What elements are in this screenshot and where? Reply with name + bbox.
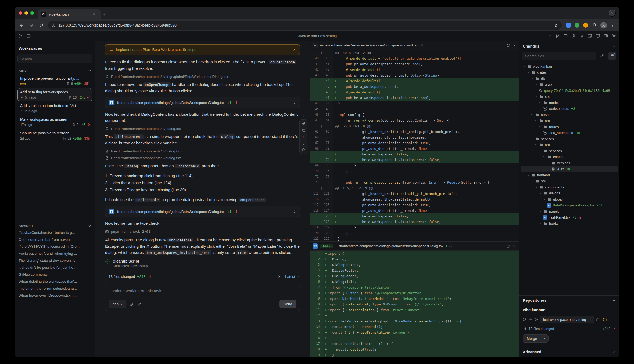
tree-folder-row[interactable]: dialogs (521, 190, 618, 196)
expand-hunk-button[interactable] (310, 187, 333, 190)
archived-item[interactable]: GitHub comments (17, 271, 92, 278)
site-info-icon[interactable] (51, 23, 56, 27)
tree-file-row[interactable]: Rv8.rs+8 (521, 166, 618, 172)
model-spark-button[interactable] (278, 274, 282, 279)
copy-button[interactable] (300, 127, 307, 133)
chat-command-item[interactable]: pnpm run check 2>&1 (105, 230, 300, 234)
chat-read-item[interactable]: Read frontend/src/components/dialogs/glo… (105, 75, 300, 79)
message-composer[interactable]: Plan Send (105, 285, 300, 311)
tree-file-row[interactable]: query-70b21c5c0a2ba5c21c9c1132f14a68 (521, 88, 618, 94)
tree-folder-row[interactable]: .sqlx (521, 82, 618, 88)
expand-hunk-button[interactable] (310, 51, 333, 54)
open-branch-button[interactable] (596, 318, 600, 321)
changes-header[interactable]: Changes (519, 41, 619, 52)
workspace-item[interactable]: Mark workspaces as unseen17h ago3+45-0 (17, 115, 92, 129)
archived-item[interactable]: The 'starting' state of dev servers is..… (17, 257, 92, 264)
archived-item[interactable]: If the WYSIWYG is focussed in `Cre... (17, 243, 92, 250)
merge-options-button[interactable] (541, 335, 548, 342)
diff-content[interactable]: 1+import {2+ Dialog,3+ DialogContent,4+ … (310, 251, 519, 357)
bookmark-star-button[interactable] (553, 22, 560, 29)
preview-button[interactable] (596, 34, 600, 38)
archived-item[interactable]: 'workspace not found' when trying ... (17, 250, 92, 257)
tree-file-row[interactable]: TSBetaWorkspacesDialog.tsx+63 (521, 202, 618, 209)
tree-file-row[interactable]: Rtask_attempts.rs+9 (521, 130, 618, 136)
tree-folder-row[interactable]: services (521, 148, 618, 154)
archived-item[interactable]: `NavbarContainer.tsx` button to g... (17, 229, 92, 236)
new-tab-button[interactable] (101, 11, 108, 18)
window-layout-button[interactable] (26, 34, 31, 38)
workspace-item[interactable]: Should be possible to reorder...2d ago52… (17, 129, 92, 143)
chat-file-chip[interactable]: TSfrontend/src/components/dialogs/global… (105, 206, 300, 217)
tree-folder-row[interactable]: routes (521, 124, 618, 130)
send-button[interactable]: Send (279, 300, 296, 308)
add-workspace-button[interactable] (87, 46, 91, 50)
files-search-input[interactable] (525, 54, 593, 58)
archived-section-header[interactable]: Archived (17, 222, 92, 229)
branch-dropdown[interactable]: louis/workspace-onboarding (540, 316, 594, 323)
tree-folder-row[interactable]: panels (521, 208, 618, 214)
mode-dropdown[interactable]: Plan (109, 300, 126, 308)
review-tools-button[interactable] (608, 52, 616, 60)
chat-read-item[interactable]: Read frontend/src/components/ui/dialog.t… (105, 127, 300, 131)
git-graph-button[interactable] (555, 34, 560, 38)
workspace-search[interactable] (17, 54, 92, 63)
active-section-header[interactable]: Active (17, 67, 92, 74)
reload-button[interactable] (37, 21, 45, 30)
chat-file-chip[interactable]: TSfrontend/src/components/dialogs/global… (105, 97, 300, 108)
tree-folder-row[interactable]: components (521, 184, 618, 190)
close-window-button[interactable] (19, 11, 22, 15)
queue-button[interactable] (547, 34, 552, 38)
open-file-button[interactable] (506, 43, 510, 47)
panel-right-toggle[interactable] (604, 34, 608, 38)
expand-tree-button[interactable] (598, 52, 606, 60)
archived-item[interactable]: It shouldn't be possible for just the ..… (17, 264, 92, 271)
tree-folder-row[interactable]: versions (521, 160, 618, 166)
more-icon[interactable] (301, 114, 306, 118)
tree-file-row[interactable]: Rworkspace.rs+8 (521, 106, 618, 112)
message-input[interactable] (109, 289, 296, 293)
files-search[interactable] (522, 52, 596, 60)
collapse-diff-button[interactable] (513, 43, 516, 47)
tree-folder-row[interactable]: services (521, 136, 618, 142)
address-bar[interactable]: 127.0.0.1:57095/workspaces/c63c9fd6-dfb8… (48, 21, 562, 30)
workspace-item[interactable]: Add scroll to bottom button in `Virt...2… (17, 102, 92, 115)
repositories-header[interactable]: Repositories (523, 296, 616, 305)
chat-read-item[interactable]: Read frontend/src/components/ui/dialog.t… (105, 156, 300, 160)
sync-button[interactable] (579, 34, 584, 38)
tree-folder-row[interactable]: hooks (521, 220, 618, 227)
tab-search-button[interactable] (609, 10, 616, 17)
files-changed-summary[interactable]: 13 files changed +248 -4 (105, 272, 274, 281)
tree-folder-row[interactable]: frontend (521, 172, 618, 178)
edit-button[interactable] (137, 302, 141, 306)
merge-button[interactable]: Merge (523, 335, 541, 342)
archived-item[interactable]: When hover over `Dropdown.tsx` i... (17, 292, 92, 299)
back-button[interactable] (17, 21, 26, 30)
tree-folder-row[interactable]: src (521, 178, 618, 184)
tree-folder-row[interactable]: db (521, 75, 618, 82)
extension-icon-3[interactable] (583, 23, 588, 28)
diff-content[interactable]: @@ -40,8 +40,12 @@4040 #[serde(default =… (310, 50, 519, 241)
chat-read-item[interactable]: Read frontend/src/components/ui/dialog.t… (105, 149, 300, 153)
diff-file-header[interactable]: TS Added …/frontend/src/components/dialo… (310, 242, 519, 251)
tree-folder-row[interactable]: models (521, 100, 618, 106)
tree-folder-row[interactable]: src (521, 118, 618, 124)
browser-menu-button[interactable] (611, 23, 615, 28)
tree-folder-row[interactable]: server (521, 112, 618, 118)
archived-item[interactable]: Implement the re-run setup/cleanu... (17, 285, 92, 292)
tree-file-row[interactable]: TSTaskPanel.tsx+8-2 (521, 214, 618, 221)
workspace-item[interactable]: Add beta flag for workspaces5m ago13+248… (17, 88, 92, 101)
panel-left-toggle[interactable] (563, 34, 568, 38)
open-in-ide-button[interactable] (18, 34, 23, 38)
workspace-search-input[interactable] (20, 57, 89, 61)
attach-file-button[interactable] (130, 302, 134, 306)
archived-item[interactable]: Open command bar from navbar (17, 236, 92, 243)
extension-icon-1[interactable] (566, 23, 571, 28)
settings-button[interactable] (612, 34, 616, 38)
preview-button-small[interactable] (300, 140, 307, 146)
compare-button[interactable] (300, 146, 307, 153)
latest-dropdown[interactable]: Latest (285, 275, 300, 279)
minimize-window-button[interactable] (24, 11, 28, 15)
archived-item[interactable]: When deleting the workspace that'... (17, 278, 92, 285)
browser-tab[interactable]: VK vibe-kanban (38, 9, 101, 19)
workspace-item[interactable]: Improve the preview functionality: ...9+… (17, 74, 92, 88)
